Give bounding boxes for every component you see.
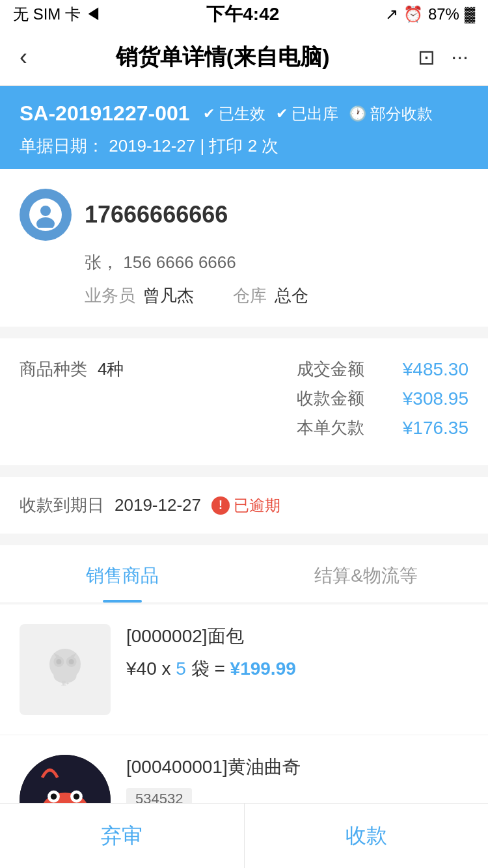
debt-row: 本单欠款 ¥176.35 — [297, 416, 468, 439]
type-item: 商品种类 4种 — [20, 358, 124, 381]
tab-products-label: 销售商品 — [86, 565, 159, 586]
svg-point-1 — [36, 217, 55, 228]
overdue-icon: ! — [211, 496, 230, 515]
check-icon: ✔ — [203, 105, 215, 122]
battery-icon: ▓ — [465, 6, 475, 23]
received-row: 收款金额 ¥308.95 — [297, 387, 468, 410]
battery-text: 87% — [428, 5, 459, 23]
customer-phone-alt: 156 6666 6666 — [123, 252, 236, 272]
cancel-label: 弃审 — [101, 822, 142, 850]
cancel-button[interactable]: 弃审 — [0, 804, 245, 868]
price-base-1: ¥40 — [126, 658, 157, 679]
tag-shipped: ✔ 已出库 — [276, 103, 338, 124]
received-value: ¥308.95 — [390, 388, 468, 409]
due-label: 收款到期日 — [20, 494, 104, 517]
customer-phone: 17666666666 — [85, 201, 228, 228]
print-separator: | — [200, 136, 209, 156]
price-total-1: ¥199.99 — [230, 658, 296, 679]
divider-2 — [0, 467, 488, 477]
summary-right: 成交金额 ¥485.30 收款金额 ¥308.95 本单欠款 ¥176.35 — [297, 358, 468, 446]
more-icon[interactable]: ··· — [451, 45, 468, 69]
due-date-value: 2019-12-27 — [115, 495, 201, 515]
clock-icon: 🕐 — [349, 105, 366, 122]
price-x-1: x — [162, 658, 176, 679]
type-label: 商品种类 — [20, 358, 87, 381]
product-price-1: ¥40 x 5 袋 = ¥199.99 — [126, 657, 468, 681]
salesperson-label: 业务员 — [85, 284, 135, 307]
tag-active: ✔ 已生效 — [203, 103, 265, 124]
price-eq-1: = — [214, 658, 230, 679]
tab-settlement-label: 结算&物流等 — [314, 565, 418, 586]
banner-tags: ✔ 已生效 ✔ 已出库 🕐 部分收款 — [203, 103, 433, 124]
salesperson-item: 业务员 曾凡杰 — [85, 284, 194, 307]
warehouse-value: 总仓 — [275, 284, 308, 307]
confirm-button[interactable]: 收款 — [245, 804, 489, 868]
alarm-icon: ⏰ — [403, 5, 423, 23]
bottom-action-bar: 弃审 收款 — [0, 803, 488, 868]
header-banner: SA-20191227-001 ✔ 已生效 ✔ 已出库 🕐 部分收款 单据日期：… — [0, 86, 488, 169]
location-icon: ↗ — [385, 5, 398, 23]
banner-top: SA-20191227-001 ✔ 已生效 ✔ 已出库 🕐 部分收款 — [20, 102, 468, 126]
avatar — [20, 189, 72, 241]
tab-products[interactable]: 销售商品 — [0, 545, 244, 603]
type-count: 4种 — [98, 358, 124, 381]
check-icon-2: ✔ — [276, 105, 288, 122]
status-bar: 无 SIM 卡 ◀ 下午4:42 ↗ ⏰ 87% ▓ — [0, 0, 488, 29]
svg-point-0 — [40, 206, 51, 216]
amount-value: ¥485.30 — [390, 359, 468, 380]
svg-point-6 — [69, 659, 74, 664]
divider-1 — [0, 328, 488, 338]
page-title: 销货单详情(来自电脑) — [27, 42, 418, 72]
avatar-icon — [29, 198, 62, 231]
amount-row: 成交金额 ¥485.30 — [297, 358, 468, 381]
debt-label: 本单欠款 — [297, 416, 364, 439]
carrier-text: 无 SIM 卡 ◀ — [13, 4, 101, 25]
tag-partial: 🕐 部分收款 — [349, 103, 433, 124]
summary-section: 商品种类 4种 成交金额 ¥485.30 收款金额 ¥308.95 本单欠款 ¥… — [0, 338, 488, 465]
owl-placeholder-icon: 量+ — [39, 644, 91, 696]
summary-row: 商品种类 4种 成交金额 ¥485.30 收款金额 ¥308.95 本单欠款 ¥… — [20, 358, 468, 446]
tag-shipped-label: 已出库 — [291, 103, 338, 124]
price-qty-1: 5 — [176, 658, 186, 679]
price-unit-1: 袋 — [191, 658, 210, 679]
order-id: SA-20191227-001 — [20, 102, 190, 126]
share-icon[interactable]: ⊡ — [418, 45, 435, 70]
product-image-1: 量+ — [20, 624, 111, 715]
customer-meta: 业务员 曾凡杰 仓库 总仓 — [20, 284, 468, 307]
confirm-label: 收款 — [346, 822, 387, 850]
warehouse-label: 仓库 — [233, 284, 267, 307]
tab-settlement[interactable]: 结算&物流等 — [244, 545, 488, 603]
svg-point-14 — [74, 794, 79, 800]
overdue-text: 已逾期 — [234, 495, 280, 516]
tag-active-label: 已生效 — [219, 103, 265, 124]
customer-sub: 张， 156 6666 6666 — [20, 251, 468, 274]
nav-bar: ‹ 销货单详情(来自电脑) ⊡ ··· — [0, 29, 488, 86]
status-left: 无 SIM 卡 ◀ — [13, 4, 101, 25]
tag-partial-label: 部分收款 — [370, 103, 433, 124]
debt-value: ¥176.35 — [390, 418, 468, 439]
list-item: 量+ [0000002]面包 ¥40 x 5 袋 = ¥199.99 — [0, 604, 488, 735]
svg-point-5 — [56, 659, 61, 664]
divider-3 — [0, 535, 488, 545]
customer-top: 17666666666 — [20, 189, 468, 241]
customer-section: 17666666666 张， 156 6666 6666 业务员 曾凡杰 仓库 … — [0, 169, 488, 327]
back-button[interactable]: ‹ — [20, 44, 27, 71]
print-info: 打印 2 次 — [209, 136, 278, 156]
amount-label: 成交金额 — [297, 358, 364, 381]
tab-section: 销售商品 结算&物流等 — [0, 545, 488, 603]
date-label: 单据日期： — [20, 136, 104, 156]
received-label: 收款金额 — [297, 387, 364, 410]
warehouse-item: 仓库 总仓 — [233, 284, 308, 307]
status-right: ↗ ⏰ 87% ▓ — [385, 5, 475, 23]
status-time: 下午4:42 — [206, 2, 279, 27]
banner-date: 单据日期： 2019-12-27 | 打印 2 次 — [20, 135, 468, 157]
svg-text:量+: 量+ — [61, 681, 70, 686]
overdue-badge: ! 已逾期 — [211, 495, 280, 516]
nav-actions: ⊡ ··· — [418, 45, 468, 70]
product-name-2: [000400001]黄油曲奇 — [126, 755, 468, 780]
date-value: 2019-12-27 — [109, 136, 195, 156]
tab-bar: 销售商品 结算&物流等 — [0, 545, 488, 603]
due-section: 收款到期日 2019-12-27 ! 已逾期 — [0, 477, 488, 534]
product-info-1: [0000002]面包 ¥40 x 5 袋 = ¥199.99 — [126, 624, 468, 681]
summary-left: 商品种类 4种 — [20, 358, 124, 386]
